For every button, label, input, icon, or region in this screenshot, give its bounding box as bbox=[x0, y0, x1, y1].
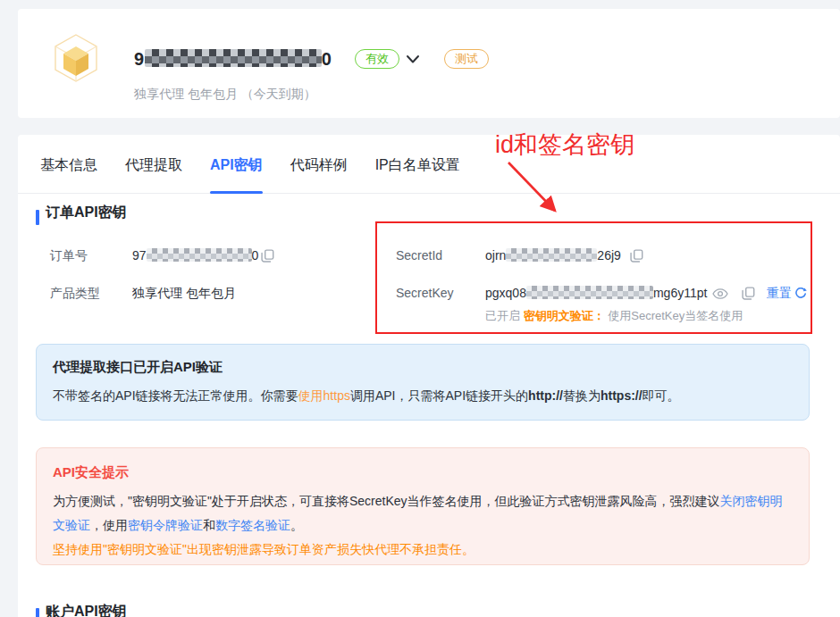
api-verify-info-box: 代理提取接口已开启API验证 不带签名的API链接将无法正常使用。你需要使用ht… bbox=[36, 344, 810, 421]
info-text-1: 不带签名的API链接将无法正常使用。你需要 bbox=[53, 388, 298, 403]
product-type-label: 产品类型 bbox=[50, 286, 100, 302]
tab-basic-info[interactable]: 基本信息 bbox=[40, 135, 97, 193]
tab-bar: 基本信息 代理提取 API密钥 代码样例 IP白名单设置 bbox=[18, 135, 840, 194]
order-no-label: 订单号 bbox=[50, 248, 88, 264]
section-accent-bar bbox=[36, 210, 39, 225]
tab-code-samples[interactable]: 代码样例 bbox=[290, 135, 348, 193]
product-type-value: 独享代理 包年包月 bbox=[132, 286, 236, 302]
signature-verify-link[interactable]: 数字签名验证 bbox=[215, 518, 290, 532]
security-text-2: ，使用 bbox=[90, 518, 128, 532]
account-key-section-title: 账户API密钥 bbox=[46, 603, 127, 617]
liability-warning-text: 坚持使用"密钥明文验证"出现密钥泄露导致订单资产损失快代理不承担责任。 bbox=[53, 538, 787, 562]
security-box-title: API安全提示 bbox=[53, 464, 129, 481]
http-scheme-text: http:// bbox=[528, 388, 563, 403]
security-box-body: 为方便测试，"密钥明文验证"处于开启状态，可直接将SecretKey当作签名使用… bbox=[53, 489, 787, 562]
info-text-3: 替换为 bbox=[563, 388, 601, 403]
info-box-title: 代理提取接口已开启API验证 bbox=[53, 359, 223, 376]
info-text-2: 调用API，只需将API链接开头的 bbox=[350, 388, 528, 403]
order-no-value: 970 bbox=[132, 248, 258, 263]
status-badge: 有效 bbox=[355, 49, 399, 69]
use-https-link[interactable]: 使用https bbox=[298, 388, 350, 403]
order-no-suffix: 0 bbox=[252, 248, 259, 263]
info-box-body: 不带签名的API链接将无法正常使用。你需要使用https调用API，只需将API… bbox=[53, 384, 789, 408]
tab-api-key[interactable]: API密钥 bbox=[210, 135, 263, 193]
test-badge: 测试 bbox=[444, 49, 489, 69]
order-header-card: 90 有效 测试 独享代理 包年包月 （今天到期） bbox=[18, 9, 840, 118]
order-number-suffix: 0 bbox=[322, 49, 332, 69]
order-number-prefix: 9 bbox=[134, 49, 145, 69]
security-text-1: 为方便测试，"密钥明文验证"处于开启状态，可直接将SecretKey当作签名使用… bbox=[53, 494, 720, 508]
chevron-down-icon[interactable] bbox=[406, 54, 420, 64]
security-text-3: 和 bbox=[203, 518, 215, 532]
tab-ip-whitelist[interactable]: IP白名单设置 bbox=[375, 135, 460, 193]
api-security-warning-box: API安全提示 为方便测试，"密钥明文验证"处于开启状态，可直接将SecretK… bbox=[36, 447, 810, 565]
section-accent-bar bbox=[36, 608, 39, 617]
api-key-page: 90 有效 测试 独享代理 包年包月 （今天到期） 基本信息 代理提取 API密… bbox=[0, 0, 840, 617]
copy-order-no-icon[interactable] bbox=[261, 249, 274, 263]
annotation-highlight-rect bbox=[375, 221, 812, 334]
api-key-card: 基本信息 代理提取 API密钥 代码样例 IP白名单设置 订单API密钥 订单号… bbox=[18, 135, 840, 617]
order-subtitle: 独享代理 包年包月 （今天到期） bbox=[134, 87, 316, 103]
order-no-prefix: 97 bbox=[132, 248, 147, 263]
info-text-4: 即可。 bbox=[643, 388, 680, 403]
tab-proxy-extract[interactable]: 代理提取 bbox=[125, 135, 182, 193]
cube-icon bbox=[50, 32, 102, 84]
pixelated-order-no bbox=[147, 248, 252, 262]
https-scheme-text: https:// bbox=[601, 388, 643, 403]
order-number: 90 bbox=[134, 49, 332, 70]
token-verify-link[interactable]: 密钥令牌验证 bbox=[128, 518, 203, 532]
annotation-arrow bbox=[487, 154, 585, 225]
security-text-4: 。 bbox=[290, 518, 303, 532]
order-key-section-title: 订单API密钥 bbox=[46, 204, 127, 222]
pixelated-order-number bbox=[145, 49, 322, 67]
